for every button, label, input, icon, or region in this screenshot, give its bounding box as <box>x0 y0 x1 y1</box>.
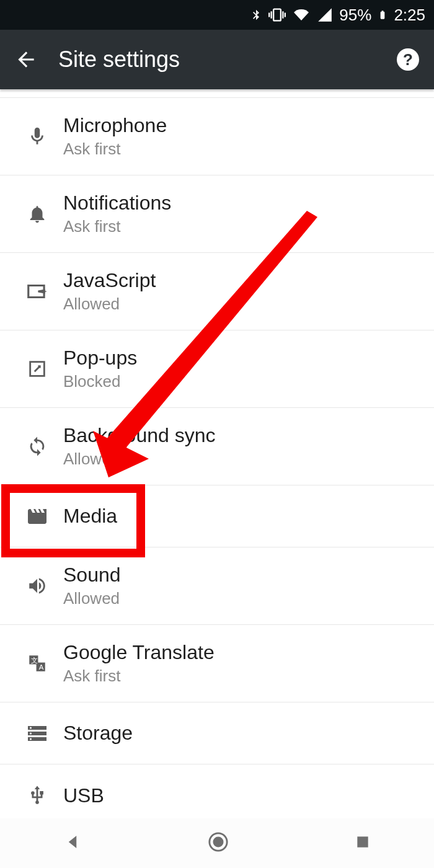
setting-sub: Blocked <box>63 372 419 391</box>
nav-home-button[interactable] <box>208 831 229 855</box>
svg-point-4 <box>30 738 32 740</box>
mic-icon <box>15 126 60 147</box>
setting-background-sync[interactable]: Background sync Allowed <box>0 408 434 485</box>
back-button[interactable] <box>12 46 40 73</box>
wifi-icon <box>292 7 311 22</box>
settings-list: Microphone Ask first Notifications Ask f… <box>0 89 434 818</box>
setting-notifications[interactable]: Notifications Ask first <box>0 175 434 253</box>
translate-icon: 文A <box>15 653 60 674</box>
setting-translate[interactable]: 文A Google Translate Ask first <box>0 625 434 702</box>
sync-icon <box>15 436 60 457</box>
setting-label: Media <box>63 505 419 528</box>
clock-time: 2:25 <box>394 6 425 25</box>
battery-percent: 95% <box>339 6 371 25</box>
triangle-back-icon <box>63 833 82 851</box>
setting-label: Google Translate <box>63 641 419 664</box>
cell-signal-icon <box>317 7 333 23</box>
help-button[interactable]: ? <box>394 46 422 73</box>
javascript-icon <box>15 280 60 303</box>
square-recents-icon <box>355 834 371 850</box>
app-bar: Site settings ? <box>0 30 434 89</box>
battery-icon <box>378 6 388 24</box>
setting-sound[interactable]: Sound Allowed <box>0 547 434 625</box>
setting-label: JavaScript <box>63 269 419 292</box>
setting-sub: Ask first <box>63 140 419 159</box>
setting-media[interactable]: Media <box>0 485 434 547</box>
circle-home-icon <box>208 831 229 852</box>
status-bar: 95% 2:25 <box>0 0 434 30</box>
setting-label: Sound <box>63 564 419 587</box>
setting-sub: Allowed <box>63 450 419 469</box>
setting-microphone[interactable]: Microphone Ask first <box>0 98 434 175</box>
storage-icon <box>15 722 60 745</box>
nav-back-button[interactable] <box>63 833 82 854</box>
media-icon <box>15 505 60 528</box>
page-title: Site settings <box>58 46 376 73</box>
usb-icon <box>15 785 60 806</box>
setting-label: USB <box>63 784 419 807</box>
arrow-back-icon <box>14 48 38 71</box>
nav-recents-button[interactable] <box>355 834 371 852</box>
setting-javascript[interactable]: JavaScript Allowed <box>0 253 434 330</box>
setting-popups[interactable]: Pop-ups Blocked <box>0 330 434 408</box>
setting-sub: Ask first <box>63 666 419 686</box>
vibrate-icon <box>268 6 286 24</box>
setting-label: Pop-ups <box>63 347 419 370</box>
setting-sub: Ask first <box>63 217 419 236</box>
bell-icon <box>15 203 60 224</box>
setting-sub: Allowed <box>63 294 419 314</box>
setting-sub: Allowed <box>63 589 419 608</box>
setting-storage[interactable]: Storage <box>0 702 434 764</box>
popup-icon <box>15 358 60 379</box>
svg-point-6 <box>213 837 223 848</box>
svg-point-3 <box>30 732 32 734</box>
bluetooth-icon <box>250 6 262 24</box>
divider <box>0 89 434 98</box>
setting-usb[interactable]: USB <box>0 764 434 818</box>
help-icon: ? <box>397 48 419 71</box>
svg-text:A: A <box>39 663 44 671</box>
svg-rect-7 <box>358 836 368 847</box>
svg-text:文: 文 <box>31 657 38 664</box>
setting-label: Notifications <box>63 192 419 215</box>
setting-label: Background sync <box>63 424 419 447</box>
svg-point-2 <box>30 727 32 728</box>
navigation-bar <box>0 818 434 868</box>
setting-label: Storage <box>63 722 419 745</box>
setting-label: Microphone <box>63 114 419 137</box>
sound-icon <box>15 575 60 596</box>
